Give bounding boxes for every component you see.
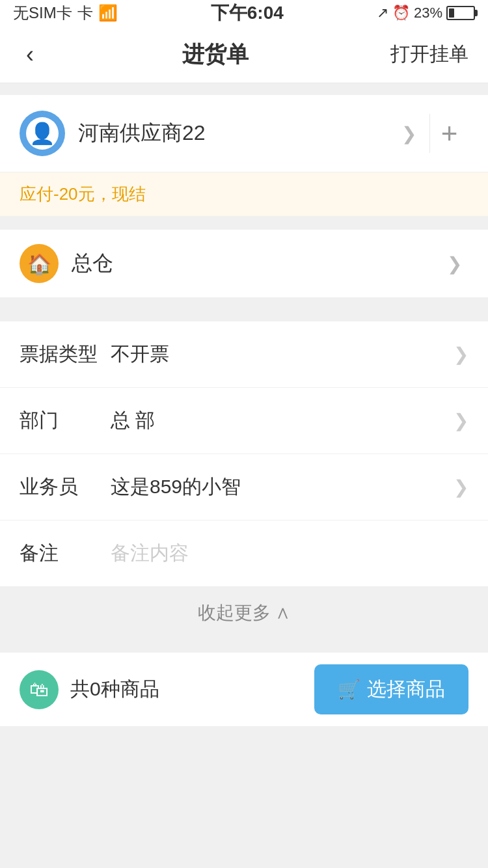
form-section: 票据类型 不开票 ❯ 部门 总 部 ❯ 业务员 这是859的小智 ❯ 备注 备注… <box>0 321 488 586</box>
add-supplier-button[interactable]: + <box>429 114 468 153</box>
house-icon: 🏠 <box>27 252 51 275</box>
product-icon: 🛍 <box>20 670 59 709</box>
separator-1 <box>0 83 488 95</box>
salesman-row[interactable]: 业务员 这是859的小智 ❯ <box>0 454 488 521</box>
remark-row[interactable]: 备注 备注内容 <box>0 521 488 586</box>
supplier-row[interactable]: 👤 河南供应商22 ❯ + <box>0 95 488 172</box>
warehouse-row[interactable]: 🏠 总仓 ❯ <box>0 229 488 298</box>
select-btn-label: 选择商品 <box>367 676 445 703</box>
supplier-card: 👤 河南供应商22 ❯ + 应付-20元，现结 <box>0 95 488 216</box>
wifi-icon: 📶 <box>98 4 118 22</box>
products-bar: 🛍 共0种商品 🛒 选择商品 <box>0 653 488 726</box>
select-btn-icon: 🛒 <box>338 679 360 700</box>
page-title: 进货单 <box>182 40 249 70</box>
status-bar: 无SIM卡 卡 📶 下午6:04 ↗ ⏰ 23% <box>0 0 488 26</box>
warehouse-card: 🏠 总仓 ❯ <box>0 229 488 298</box>
status-left: 无SIM卡 卡 📶 <box>13 3 118 23</box>
salesman-label: 业务员 <box>20 474 111 500</box>
warehouse-name: 总仓 <box>72 249 447 278</box>
supplier-name: 河南供应商22 <box>78 119 401 148</box>
nav-bar: ‹ 进货单 打开挂单 <box>0 26 488 83</box>
cart-icon: 🛍 <box>29 679 49 701</box>
notice-text: 应付-20元，现结 <box>20 184 146 204</box>
department-label: 部门 <box>20 407 111 434</box>
collapse-label: 收起更多 ∧ <box>198 601 291 625</box>
remark-value[interactable]: 备注内容 <box>111 540 468 567</box>
open-pending-button[interactable]: 打开挂单 <box>390 41 468 68</box>
invoice-type-row[interactable]: 票据类型 不开票 ❯ <box>0 321 488 388</box>
back-button[interactable]: ‹ <box>20 34 40 75</box>
carrier-label: 无SIM卡 <box>13 3 72 23</box>
gray-background <box>0 726 488 868</box>
notice-bar: 应付-20元，现结 <box>0 172 488 216</box>
invoice-type-label: 票据类型 <box>20 341 111 368</box>
separator-2 <box>0 216 488 228</box>
battery-percent: 23% <box>414 5 442 21</box>
separator-3 <box>0 298 488 310</box>
invoice-type-value: 不开票 <box>111 341 454 368</box>
collapse-row[interactable]: 收起更多 ∧ <box>0 586 488 640</box>
supplier-chevron-icon: ❯ <box>401 123 416 144</box>
status-time: 下午6:04 <box>211 1 284 25</box>
battery-icon <box>446 6 475 20</box>
department-row[interactable]: 部门 总 部 ❯ <box>0 388 488 454</box>
warehouse-icon: 🏠 <box>20 244 59 283</box>
salesman-value: 这是859的小智 <box>111 474 454 500</box>
alarm-icon: ⏰ <box>392 5 410 21</box>
select-product-button[interactable]: 🛒 选择商品 <box>314 664 468 714</box>
product-count: 共0种商品 <box>70 676 314 703</box>
person-icon: 👤 <box>29 121 55 146</box>
remark-label: 备注 <box>20 540 111 567</box>
department-chevron-icon: ❯ <box>454 410 468 431</box>
salesman-chevron-icon: ❯ <box>454 476 468 498</box>
status-right: ↗ ⏰ 23% <box>377 5 475 21</box>
warehouse-chevron-icon: ❯ <box>447 253 462 275</box>
sim-icon: 卡 <box>77 3 93 23</box>
supplier-avatar: 👤 <box>20 111 65 156</box>
department-value: 总 部 <box>111 407 454 434</box>
separator-4 <box>0 640 488 651</box>
location-icon: ↗ <box>377 5 388 21</box>
invoice-chevron-icon: ❯ <box>454 344 468 365</box>
